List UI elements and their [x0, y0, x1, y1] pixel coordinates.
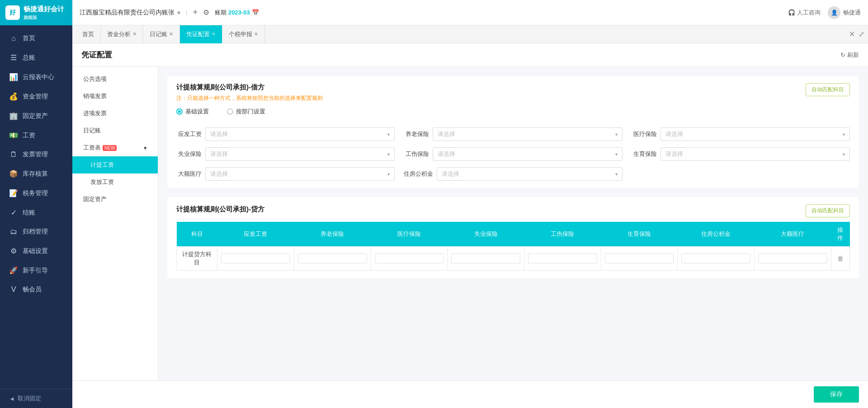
delete-row-button[interactable]: 🗑: [837, 255, 844, 262]
tab-voucher[interactable]: 凭证配置 ✕: [180, 25, 222, 43]
left-nav-advance-salary[interactable]: 计提工资: [72, 156, 158, 174]
left-nav-salary-table[interactable]: 工资表NEW ▾: [72, 139, 158, 156]
sidebar-item-archive[interactable]: 🗂 归档管理: [0, 222, 72, 241]
sidebar-item-funds[interactable]: 💰 资金管理: [0, 87, 72, 106]
refresh-button[interactable]: ↻ 刷新: [840, 51, 859, 59]
assets-icon: 🏢: [9, 112, 18, 120]
add-button[interactable]: +: [193, 8, 198, 17]
tab-home[interactable]: 首页: [76, 25, 101, 43]
sidebar-label-assets: 固定资产: [23, 112, 48, 120]
sidebar-item-inventory[interactable]: 📦 库存核算: [0, 164, 72, 183]
sidebar-item-salary[interactable]: 💵 工资: [0, 126, 72, 145]
cell-medical[interactable]: [371, 247, 448, 271]
tab-tax-label: 个税申报: [229, 30, 252, 38]
inventory-icon: 📦: [9, 169, 18, 178]
left-nav-sales[interactable]: 销项发票: [72, 88, 158, 105]
left-nav-fixed-assets[interactable]: 固定资产: [72, 191, 158, 208]
salary-icon: 💵: [9, 131, 18, 140]
tab-tax[interactable]: 个税申报 ✕: [222, 25, 265, 43]
radio-basic[interactable]: 基础设置: [176, 108, 209, 116]
input-medical[interactable]: [375, 253, 444, 263]
expand-icon[interactable]: ⤢: [859, 30, 864, 38]
tab-voucher-close[interactable]: ✕: [212, 31, 216, 37]
radio-group: 基础设置 按部门设置: [176, 108, 788, 116]
debit-section-note: 注：只能选择一种方式，系统将按照您当前的选择来配置规则: [176, 94, 788, 102]
input-injury[interactable]: [528, 253, 597, 263]
input-unemployment[interactable]: [451, 253, 520, 263]
checkout-icon: ✓: [9, 208, 18, 217]
user-menu[interactable]: 👤 畅捷通: [828, 6, 861, 19]
input-payable-salary[interactable]: [221, 253, 290, 263]
save-button[interactable]: 保存: [814, 386, 859, 403]
col-payable-salary: 应发工资: [217, 222, 294, 247]
label-injury: 工伤保险: [404, 150, 429, 158]
field-payable-salary: 应发工资 请选择 ▾: [176, 127, 395, 141]
select-pension[interactable]: 请选择 ▾: [433, 127, 622, 141]
close-tab-icon[interactable]: ✕: [849, 30, 855, 38]
cell-pension[interactable]: [294, 247, 371, 271]
radio-dept[interactable]: 按部门设置: [227, 108, 265, 116]
app-edition: 旗舰版: [24, 14, 64, 21]
select-large-medical[interactable]: 请选择 ▾: [205, 167, 395, 181]
tab-journal-close[interactable]: ✕: [169, 31, 173, 37]
sidebar-label-home: 首页: [23, 34, 35, 42]
sidebar-item-ledger[interactable]: ☰ 总账: [0, 48, 72, 67]
cell-maternity[interactable]: [601, 247, 678, 271]
col-large-medical: 大额医疗: [755, 222, 831, 247]
left-nav-pay-salary[interactable]: 发放工资: [72, 174, 158, 191]
sidebar-item-tax[interactable]: 📝 税务管理: [0, 183, 72, 203]
select-maternity[interactable]: 请选择 ▾: [660, 147, 850, 161]
cell-injury[interactable]: [524, 247, 601, 271]
label-payable-salary: 应发工资: [176, 130, 202, 138]
select-injury[interactable]: 请选择 ▾: [433, 147, 622, 161]
company-selector[interactable]: 江西服宝精品有限责任公司内账张 ▾: [80, 9, 180, 17]
input-maternity[interactable]: [605, 253, 674, 263]
service-button[interactable]: 🎧 人工咨询: [788, 9, 821, 17]
sidebar-item-reports[interactable]: 📊 云报表中心: [0, 67, 72, 87]
company-dropdown-icon: ▾: [177, 9, 180, 16]
cell-housing-fund[interactable]: [678, 247, 755, 271]
period-label: 账期: [215, 9, 226, 17]
select-housing-fund[interactable]: 请选择 ▾: [437, 167, 622, 181]
tab-journal[interactable]: 日记账 ✕: [143, 25, 180, 43]
cancel-pin-button[interactable]: ◄ 取消固定: [0, 389, 72, 408]
debit-auto-match-button[interactable]: 自动匹配科目: [806, 83, 850, 96]
cell-large-medical[interactable]: [755, 247, 831, 271]
input-pension[interactable]: [298, 253, 367, 263]
input-large-medical[interactable]: [758, 253, 827, 263]
select-pension-arrow: ▾: [615, 132, 618, 137]
input-housing-fund[interactable]: [681, 253, 750, 263]
sidebar-item-assets[interactable]: 🏢 固定资产: [0, 106, 72, 126]
split-layout: 公共选项 销项发票 进项发票 日记账 工资表NEW ▾ 计提工资 发放工资 固定…: [72, 67, 868, 380]
topbar: 江西服宝精品有限责任公司内账张 ▾ | + ⚙ 账期 2023-03 📅 🎧 人…: [72, 0, 868, 25]
sidebar-label-tax: 税务管理: [23, 189, 48, 197]
select-payable-salary[interactable]: 请选择 ▾: [205, 127, 395, 141]
gear-icon[interactable]: ⚙: [203, 8, 209, 17]
select-medical[interactable]: 请选择 ▾: [660, 127, 850, 141]
left-nav-journal[interactable]: 日记账: [72, 122, 158, 139]
sidebar-item-vip[interactable]: V 畅会员: [0, 280, 72, 299]
credit-auto-match-button[interactable]: 自动匹配科目: [806, 204, 850, 217]
cell-unemployment[interactable]: [448, 247, 524, 271]
sidebar-item-guide[interactable]: 🚀 新手引导: [0, 261, 72, 280]
left-nav-purchase[interactable]: 进项发票: [72, 105, 158, 122]
sidebar-nav: ⌂ 首页 ☰ 总账 📊 云报表中心 💰 资金管理 🏢 固定资产 💵 工资 🗒 发…: [0, 25, 72, 389]
page-title: 凭证配置: [81, 50, 112, 60]
tab-funds-label: 资金分析: [107, 30, 131, 38]
headset-icon: 🎧: [788, 9, 795, 16]
select-unemployment[interactable]: 请选择 ▾: [205, 147, 395, 161]
sidebar-label-guide: 新手引导: [23, 267, 48, 275]
sidebar-label-archive: 归档管理: [23, 228, 48, 236]
tab-funds-close[interactable]: ✕: [132, 31, 137, 37]
main-area: 江西服宝精品有限责任公司内账张 ▾ | + ⚙ 账期 2023-03 📅 🎧 人…: [72, 0, 868, 408]
cell-payable-salary[interactable]: [217, 247, 294, 271]
tab-tax-close[interactable]: ✕: [254, 31, 258, 37]
sidebar-item-settings[interactable]: ⚙ 基础设置: [0, 241, 72, 261]
tab-funds[interactable]: 资金分析 ✕: [101, 25, 143, 43]
sidebar-item-invoice[interactable]: 🗒 发票管理: [0, 145, 72, 164]
left-nav-public[interactable]: 公共选项: [72, 70, 158, 88]
period-selector[interactable]: 账期 2023-03 📅: [215, 9, 259, 17]
sidebar-item-home[interactable]: ⌂ 首页: [0, 29, 72, 48]
sidebar-item-checkout[interactable]: ✓ 结账: [0, 203, 72, 222]
col-action: 操作: [831, 222, 849, 247]
